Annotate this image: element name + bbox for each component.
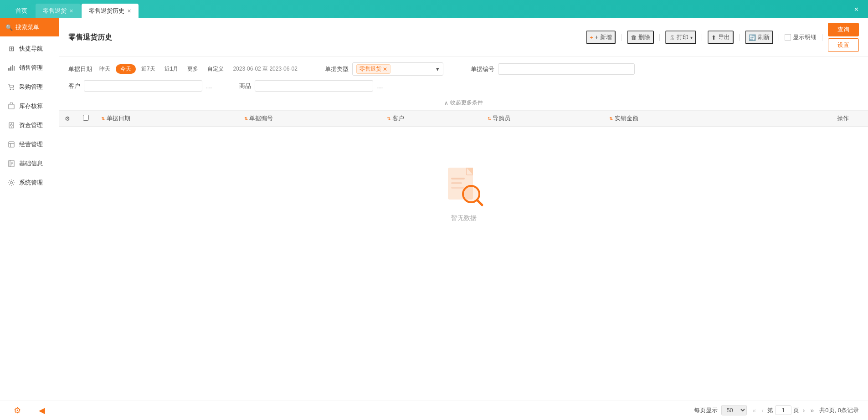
tab-bar: 首页 零售退货 ✕ 零售退货历史 ✕	[8, 0, 854, 18]
divider1	[621, 34, 621, 41]
th-customer[interactable]: ⇅ 客户	[381, 111, 482, 127]
doc-type-tag-remove[interactable]: ✕	[383, 66, 387, 72]
customer-dots[interactable]: ...	[206, 82, 212, 90]
search-menu[interactable]: 🔍 搜索菜单	[0, 18, 59, 36]
query-btn[interactable]: 查询	[828, 23, 859, 36]
next-page-btn[interactable]: ›	[801, 406, 807, 415]
sales-mgmt-icon	[7, 64, 15, 72]
delete-btn[interactable]: 🗑 删除	[627, 31, 654, 44]
sidebar-item-quick-nav[interactable]: ⊞ 快捷导航	[0, 39, 59, 58]
sidebar-item-inventory[interactable]: 库存核算	[0, 97, 59, 116]
sidebar-item-finance-mgmt[interactable]: 资金管理	[0, 116, 59, 135]
doc-type-filter: 单据类型 零售退货 ✕ ▾	[325, 62, 443, 76]
sidebar-item-sys-mgmt[interactable]: 系统管理	[0, 173, 59, 192]
sort-icon-amount: ⇅	[609, 116, 613, 121]
goods-filter: 商品 ...	[239, 80, 383, 92]
setting-btn[interactable]: 设置	[828, 38, 859, 52]
doc-type-label: 单据类型	[325, 65, 349, 73]
settings-icon[interactable]: ⚙	[14, 405, 21, 415]
svg-point-8	[10, 124, 12, 126]
sidebar-item-basic-info[interactable]: 基础信息	[0, 154, 59, 173]
divider6	[822, 34, 822, 41]
export-icon: ⬆	[711, 34, 716, 41]
goods-input[interactable]	[255, 80, 373, 92]
first-page-btn[interactable]: «	[750, 406, 758, 415]
sidebar-item-ops-mgmt[interactable]: 经营管理	[0, 135, 59, 154]
empty-illustration	[441, 163, 487, 209]
sidebar-item-label-ops-mgmt: 经营管理	[19, 140, 43, 149]
collapse-bar[interactable]: ∧ 收起更多条件	[68, 96, 859, 110]
page-label: 第	[767, 406, 773, 415]
collapse-sidebar-icon[interactable]: ◀	[39, 405, 45, 415]
date-btn-today[interactable]: 今天	[116, 64, 136, 74]
data-table: ⚙ ⇅ 单据日期 ⇅ 单据编号	[59, 111, 868, 259]
th-customer-label: 客户	[392, 115, 404, 122]
doc-no-filter: 单据编号	[471, 63, 635, 75]
print-btn[interactable]: 🖨 打印 ▾	[665, 31, 696, 44]
inventory-icon	[7, 102, 15, 110]
svg-rect-20	[451, 182, 462, 184]
th-guide[interactable]: ⇅ 导购员	[482, 111, 604, 127]
th-doc-no[interactable]: ⇅ 单据编号	[239, 111, 382, 127]
doc-no-input[interactable]	[498, 63, 635, 75]
delete-label: 删除	[638, 33, 650, 41]
sidebar-item-label-sys-mgmt: 系统管理	[19, 179, 43, 187]
collapse-label: 收起更多条件	[450, 99, 483, 107]
th-doc-date[interactable]: ⇅ 单据日期	[96, 111, 239, 127]
svg-rect-2	[12, 65, 13, 71]
filter-area: 单据日期 昨天 今天 近7天 近1月 更多 自定义 2023-06-02 至 2…	[59, 57, 868, 111]
tab-home[interactable]: 首页	[8, 4, 35, 18]
tab-retail-return-close[interactable]: ✕	[69, 8, 73, 14]
date-btn-7days[interactable]: 近7天	[138, 64, 159, 74]
goods-dots[interactable]: ...	[377, 82, 383, 90]
th-checkbox	[77, 111, 96, 127]
empty-cell: 暂无数据	[59, 127, 868, 259]
toolbar: + + 新增 🗑 删除 🖨 打印 ▾ ⬆ 导出	[586, 23, 859, 52]
page-input[interactable]	[775, 405, 791, 415]
date-btn-custom[interactable]: 自定义	[204, 64, 227, 74]
tab-retail-return-history[interactable]: 零售退货历史 ✕	[82, 4, 139, 18]
date-btn-more[interactable]: 更多	[184, 64, 202, 74]
customer-input[interactable]	[84, 80, 202, 92]
refresh-btn[interactable]: 🔄 刷新	[745, 31, 773, 44]
th-amount[interactable]: ⇅ 实销金额	[604, 111, 832, 127]
th-setting[interactable]: ⚙	[59, 111, 77, 127]
new-btn[interactable]: + + 新增	[586, 31, 616, 44]
date-btn-yesterday[interactable]: 昨天	[96, 64, 114, 74]
print-icon: 🖨	[669, 34, 675, 41]
tab-retail-return-history-close[interactable]: ✕	[127, 8, 131, 14]
table-setting-icon[interactable]: ⚙	[65, 115, 70, 122]
sidebar: 🔍 搜索菜单 ⊞ 快捷导航 销售管理 采购管理	[0, 18, 59, 420]
sidebar-item-label-basic-info: 基础信息	[19, 159, 43, 168]
last-page-btn[interactable]: »	[809, 406, 816, 415]
sidebar-item-purchase-mgmt[interactable]: 采购管理	[0, 77, 59, 97]
select-all-checkbox[interactable]	[83, 115, 89, 121]
basic-info-icon	[7, 159, 15, 168]
window-close-btn[interactable]: ✕	[854, 6, 863, 13]
empty-row: 暂无数据	[59, 127, 868, 259]
th-amount-label: 实销金额	[615, 115, 638, 122]
doc-type-select[interactable]: 零售退货 ✕ ▾	[352, 62, 443, 76]
sidebar-item-sales-mgmt[interactable]: 销售管理	[0, 58, 59, 77]
sort-icon-customer: ⇅	[387, 116, 390, 121]
date-btn-1month[interactable]: 近1月	[161, 64, 182, 74]
refresh-icon: 🔄	[749, 34, 756, 41]
prev-page-btn[interactable]: ‹	[760, 406, 765, 415]
th-ops: 操作	[832, 111, 868, 127]
show-detail-checkbox[interactable]	[785, 34, 791, 41]
show-detail-toggle[interactable]: 显示明细	[785, 33, 817, 41]
tab-retail-return[interactable]: 零售退货 ✕	[36, 4, 81, 18]
main-layout: 🔍 搜索菜单 ⊞ 快捷导航 销售管理 采购管理	[0, 18, 868, 420]
svg-point-17	[10, 182, 13, 184]
page-size-select[interactable]: 50 20 100	[721, 405, 747, 415]
purchase-mgmt-icon	[7, 83, 15, 91]
tab-retail-return-label: 零售退货	[43, 7, 67, 15]
delete-icon: 🗑	[631, 34, 637, 41]
ops-mgmt-icon	[7, 140, 15, 149]
customer-filter: 客户 ...	[68, 80, 212, 92]
print-label: 打印	[677, 33, 688, 41]
page-nav: « ‹ 第 页 › »	[750, 405, 816, 415]
export-btn[interactable]: ⬆ 导出	[708, 31, 734, 44]
svg-point-4	[10, 89, 11, 90]
date-buttons: 昨天 今天 近7天 近1月 更多 自定义	[96, 64, 227, 74]
